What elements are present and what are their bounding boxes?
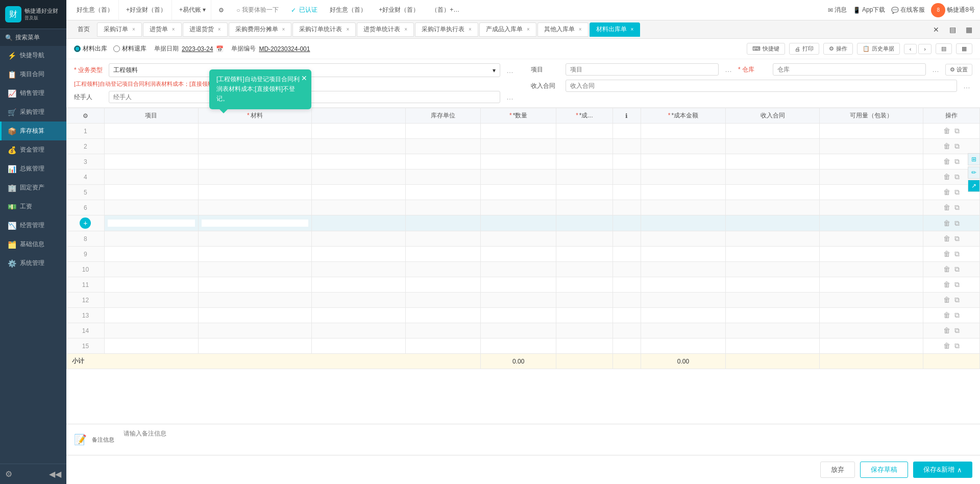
sidebar-search[interactable]: 🔍 搜索菜单	[0, 29, 66, 46]
business-type-dots[interactable]: …	[504, 66, 516, 75]
row-qty-cell[interactable]	[481, 338, 556, 354]
save-btn[interactable]: 保存&新增 ∧	[913, 462, 972, 478]
row-spec-cell[interactable]	[311, 231, 405, 247]
row-project-cell[interactable]	[104, 247, 198, 262]
row-cost-amount-cell[interactable]	[641, 185, 725, 200]
row-material-cell[interactable]	[199, 293, 311, 308]
date-value[interactable]: 2023-03-24	[182, 45, 213, 53]
income-contract-dots[interactable]: …	[961, 82, 972, 90]
row-cost-type-cell[interactable]	[556, 262, 612, 277]
sidebar-item-salary[interactable]: 💵 工资	[0, 197, 66, 216]
prev-btn[interactable]: ‹	[904, 44, 917, 54]
row-delete-btn[interactable]: 🗑	[942, 218, 951, 228]
sidebar-collapse-btn[interactable]: ◀◀	[49, 469, 61, 479]
shortcut-btn[interactable]: ⌨ 快捷键	[747, 43, 785, 55]
topbar-nav2-3[interactable]: （首）+…	[426, 0, 464, 20]
row-spec-cell[interactable]	[311, 338, 405, 354]
row-material-cell[interactable]	[199, 247, 311, 262]
income-contract-input[interactable]	[566, 80, 957, 92]
row-cost-amount-cell[interactable]	[641, 247, 725, 262]
tab-stat[interactable]: 采购订单统计表 ×	[292, 22, 356, 37]
tab-close-icon[interactable]: ×	[579, 27, 582, 32]
sidebar-item-purchase[interactable]: 🛒 采购管理	[0, 103, 66, 122]
row-available-cell[interactable]	[820, 139, 923, 154]
tab-material-out[interactable]: 材料出库单 ×	[590, 22, 641, 37]
row-material-cell[interactable]	[199, 308, 311, 323]
tab-close-icon[interactable]: ×	[172, 27, 175, 32]
row-income-cell[interactable]	[725, 185, 819, 200]
history-btn[interactable]: 📋 历史单据	[857, 43, 900, 55]
row-unit-cell[interactable]	[405, 247, 481, 262]
sidebar-item-project[interactable]: 📋 项目合同	[0, 65, 66, 84]
row-project-cell[interactable]	[104, 308, 198, 323]
row-income-cell[interactable]	[725, 231, 819, 247]
row-unit-cell[interactable]	[405, 124, 481, 139]
handler-dots[interactable]: …	[504, 93, 516, 101]
topbar-message[interactable]: ✉ 消息	[828, 6, 847, 14]
sidebar-item-system[interactable]: ⚙️ 系统管理	[0, 254, 66, 273]
row-project-cell[interactable]	[104, 154, 198, 170]
row-qty-cell[interactable]	[481, 170, 556, 185]
row-copy-btn[interactable]: ⧉	[953, 325, 961, 336]
row-qty-cell[interactable]	[481, 247, 556, 262]
row-cost-type-cell[interactable]	[556, 308, 612, 323]
row-project-cell[interactable]	[104, 139, 198, 154]
row-income-cell[interactable]	[725, 247, 819, 262]
row-unit-cell[interactable]	[405, 154, 481, 170]
row-copy-btn[interactable]: ⧉	[953, 202, 961, 213]
row-unit-cell[interactable]	[405, 185, 481, 200]
row-cost-amount-cell[interactable]	[641, 308, 725, 323]
topbar-user[interactable]: 8 畅捷通8号	[931, 3, 975, 17]
row-spec-cell[interactable]	[311, 277, 405, 293]
row-spec-cell[interactable]	[311, 323, 405, 338]
row-cost-type-cell[interactable]	[556, 170, 612, 185]
row-spec-cell[interactable]	[311, 262, 405, 277]
row-available-cell[interactable]	[820, 185, 923, 200]
row-qty-cell[interactable]	[481, 308, 556, 323]
row-project-cell[interactable]	[104, 124, 198, 139]
row-cost-amount-cell[interactable]	[641, 293, 725, 308]
radio-material-out[interactable]: 材料出库	[74, 44, 107, 53]
tab-return[interactable]: 进退货货 ×	[183, 22, 228, 37]
row-add-cell[interactable]: +	[67, 215, 105, 231]
row-qty-cell[interactable]	[481, 231, 556, 247]
print-btn[interactable]: 🖨 打印	[789, 43, 819, 55]
row-cost-amount-cell[interactable]	[641, 338, 725, 354]
row-delete-btn[interactable]: 🗑	[942, 279, 951, 289]
row-available-cell[interactable]	[820, 277, 923, 293]
topbar-nav2-1[interactable]: 好生意（首）	[325, 0, 372, 20]
row-income-cell[interactable]	[725, 154, 819, 170]
tab-close-icon[interactable]: ×	[218, 27, 221, 32]
row-material-cell[interactable]	[199, 154, 311, 170]
row-income-cell[interactable]	[725, 277, 819, 293]
row-cost-amount-cell[interactable]	[641, 231, 725, 247]
row-income-cell[interactable]	[725, 323, 819, 338]
row-project-cell[interactable]	[104, 293, 198, 308]
row-delete-btn[interactable]: 🗑	[942, 126, 951, 136]
row-copy-btn[interactable]: ⧉	[953, 264, 961, 275]
row-cost-type-cell[interactable]	[556, 293, 612, 308]
row-cost-amount-cell[interactable]	[641, 124, 725, 139]
row-copy-btn[interactable]: ⧉	[953, 341, 961, 351]
row-copy-btn[interactable]: ⧉	[953, 295, 961, 305]
row-cost-type-cell[interactable]	[556, 200, 612, 215]
row-available-cell[interactable]	[820, 170, 923, 185]
row-project-cell[interactable]	[104, 277, 198, 293]
col-settings-header[interactable]: ⚙	[67, 108, 105, 124]
row-unit-cell[interactable]	[405, 277, 481, 293]
tab-product-in[interactable]: 产成品入库单 ×	[479, 22, 536, 37]
add-row-btn[interactable]: +	[80, 217, 91, 229]
row-copy-btn[interactable]: ⧉	[953, 310, 961, 321]
row-unit-cell[interactable]	[405, 338, 481, 354]
row-project-input[interactable]	[108, 220, 195, 227]
row-material-cell[interactable]	[199, 338, 311, 354]
row-available-cell[interactable]	[820, 338, 923, 354]
row-delete-btn[interactable]: 🗑	[942, 156, 951, 166]
tab-other-in[interactable]: 其他入库单 ×	[537, 22, 589, 37]
layout-btn1[interactable]: ▤	[936, 43, 952, 54]
row-income-cell[interactable]	[725, 139, 819, 154]
row-material-cell[interactable]	[199, 323, 311, 338]
row-cost-type-cell[interactable]	[556, 323, 612, 338]
row-delete-btn[interactable]: 🗑	[942, 187, 951, 197]
sidebar-item-ops[interactable]: 📉 经营管理	[0, 216, 66, 235]
